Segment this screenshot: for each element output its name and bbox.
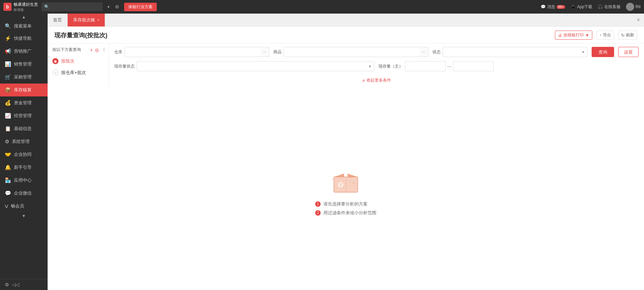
- warehouse-input[interactable]: [124, 47, 260, 57]
- search-box[interactable]: 🔍: [41, 2, 103, 11]
- print-button[interactable]: 🖨 按模板打印 ▼: [555, 31, 592, 40]
- app-version: 标准版: [14, 7, 38, 12]
- inventory-qty-min-input[interactable]: [405, 61, 446, 71]
- online-service-item[interactable]: 🎧 在线客服: [598, 4, 621, 10]
- solution-item-warehouse-batch-label: 按仓库+批次: [61, 70, 86, 76]
- export-button[interactable]: ↑ 导出: [596, 31, 614, 40]
- sidebar-item-new-guide[interactable]: 🔔 新手引导: [0, 161, 48, 174]
- sidebar-item-finance[interactable]: 💰 资金管理: [0, 96, 48, 109]
- gear-icon[interactable]: ⚙: [115, 4, 119, 10]
- inventory-qty-max-input[interactable]: [453, 61, 494, 71]
- message-label: 消息: [547, 4, 555, 10]
- sidebar-scroll-down[interactable]: ▼: [0, 213, 48, 219]
- export-label: 导出: [603, 32, 611, 38]
- step-2-text: 用过滤条件来缩小分析范围: [323, 210, 376, 216]
- target-solution-icon[interactable]: ◎: [95, 47, 99, 53]
- page-title: 现存量查询(按批次): [54, 31, 107, 39]
- warehouse-filter-label: 仓库: [114, 49, 122, 55]
- collapse-panel-icon[interactable]: 《: [101, 47, 105, 53]
- sidebar-item-search[interactable]: 🔍 搜索菜单: [0, 20, 48, 32]
- collapse-more-btn[interactable]: ∧ 收起更多条件: [114, 75, 639, 84]
- sidebar-item-wecom-label: 企业微信: [14, 190, 43, 196]
- sidebar-item-new-guide-label: 新手引导: [14, 164, 43, 170]
- goods-input[interactable]: [284, 47, 420, 57]
- tab-inventory-batch[interactable]: 库存批次账 ×: [68, 14, 105, 26]
- svg-point-3: [338, 182, 343, 187]
- sidebar: ▲ 🔍 搜索菜单 ⚡ 快捷导航 📢 营销推广 📊 销售管理 🛒 采购管理 📦 库…: [0, 14, 48, 290]
- empty-box-svg: ✦ ★ ✦: [325, 162, 366, 196]
- print-label: 按模板打印: [563, 32, 584, 38]
- sidebar-item-purchase-label: 采购管理: [14, 74, 43, 80]
- tab-panel-close-icon[interactable]: ×: [633, 17, 644, 23]
- sidebar-item-app-center-label: 应用中心: [14, 177, 43, 183]
- dropdown-icon[interactable]: ▼: [107, 5, 110, 9]
- query-button[interactable]: 查询: [592, 47, 614, 57]
- print-dropdown-icon[interactable]: ▼: [585, 33, 589, 38]
- sidebar-item-purchase[interactable]: 🛒 采购管理: [0, 71, 48, 84]
- user-name: Rit: [635, 4, 641, 9]
- solution-item-batch[interactable]: ◉ 按批次: [48, 55, 108, 67]
- page-content: 现存量查询(按批次) 🖨 按模板打印 ▼ ↑ 导出 ↻ 刷新: [48, 26, 644, 290]
- quick-nav-icon: ⚡: [5, 35, 11, 41]
- sidebar-item-marketing[interactable]: 📢 营销推广: [0, 45, 48, 58]
- sidebar-scroll-up[interactable]: ▲: [0, 14, 48, 20]
- solution-item-batch-label: 按批次: [61, 58, 74, 64]
- main-layout: ▲ 🔍 搜索菜单 ⚡ 快捷导航 📢 营销推广 📊 销售管理 🛒 采购管理 📦 库…: [0, 14, 644, 290]
- finance-icon: 💰: [5, 100, 11, 106]
- refresh-button[interactable]: ↻ 刷新: [618, 31, 637, 40]
- status-filter-label: 状态: [433, 49, 441, 55]
- solution-icon-batch: ◉: [52, 58, 58, 64]
- tab-bar: 首页 库存批次账 × ×: [48, 14, 644, 26]
- industry-btn[interactable]: 体验行业方案: [124, 3, 157, 11]
- sidebar-item-quick-nav-label: 快捷导航: [14, 35, 43, 41]
- app-center-icon: 🏪: [5, 177, 11, 183]
- export-icon: ↑: [599, 33, 601, 38]
- status-select[interactable]: [443, 47, 588, 57]
- inventory-status-select[interactable]: [137, 61, 374, 71]
- search-icon: 🔍: [44, 4, 49, 9]
- online-service-label: 在线客服: [604, 4, 621, 10]
- settings-button[interactable]: 设置: [618, 47, 639, 57]
- sidebar-item-wecom[interactable]: 💬 企业微信: [0, 187, 48, 200]
- sidebar-item-app-center[interactable]: 🏪 应用中心: [0, 174, 48, 187]
- app-info: 畅康通好生意 标准版: [14, 2, 38, 12]
- settings-bottom-icon[interactable]: ⚙: [5, 282, 9, 287]
- filter-area: 按以下方案查询 + ◎ 《 ◉ 按批次 ○ 按仓库+批次: [48, 43, 644, 87]
- topbar-right: 💬 消息 99+ 📱 App下载 🎧 在线客服 Rit: [541, 3, 641, 11]
- sidebar-item-basic-info-label: 基础信息: [14, 126, 43, 132]
- tab-home[interactable]: 首页: [48, 14, 68, 26]
- collapse-up-icon: ∧: [362, 78, 365, 83]
- refresh-label: 刷新: [626, 32, 634, 38]
- app-download-item[interactable]: 📱 App下载: [571, 4, 592, 10]
- add-solution-icon[interactable]: +: [90, 47, 93, 53]
- collapse-sidebar-icon[interactable]: ◁◁: [12, 282, 19, 287]
- headset-icon: 🎧: [598, 4, 603, 9]
- vip-icon: V: [5, 203, 8, 209]
- sidebar-item-vip-label: 畅会员: [11, 203, 43, 209]
- sidebar-item-system[interactable]: ⚙ 系统管理: [0, 135, 48, 148]
- inventory-status-select-wrapper: ▼: [137, 61, 374, 71]
- topbar-center: 🔍 ▼ ⚙ 体验行业方案: [41, 2, 541, 11]
- goods-more-icon[interactable]: ···: [420, 47, 428, 57]
- sidebar-item-sales[interactable]: 📊 销售管理: [0, 58, 48, 71]
- filter-row-2: 现存量状态 ▼ 现存量（主） —: [114, 61, 639, 71]
- collapse-label: 收起更多条件: [367, 77, 391, 83]
- sidebar-item-inventory[interactable]: 📦 库存核算: [0, 84, 48, 96]
- tab-close-icon[interactable]: ×: [97, 18, 99, 22]
- sidebar-item-system-label: 系统管理: [12, 139, 43, 145]
- sidebar-item-finance-label: 资金管理: [14, 100, 43, 106]
- filter-group-inventory-status: 现存量状态 ▼: [114, 61, 374, 71]
- content-area: 首页 库存批次账 × × 现存量查询(按批次) 🖨 按模板打印 ▼: [48, 14, 644, 290]
- sidebar-item-operations[interactable]: 📈 经营管理: [0, 109, 48, 122]
- sidebar-item-quick-nav[interactable]: ⚡ 快捷导航: [0, 32, 48, 45]
- warehouse-more-icon[interactable]: ···: [260, 47, 269, 57]
- app-logo[interactable]: b 畅康通好生意 标准版: [3, 2, 38, 12]
- step-1-text: 请先选择要分析的方案: [323, 201, 368, 207]
- tab-inventory-batch-label: 库存批次账: [73, 17, 95, 23]
- sidebar-item-basic-info[interactable]: 📋 基础信息: [0, 122, 48, 135]
- user-item[interactable]: Rit: [626, 3, 641, 11]
- sidebar-item-vip[interactable]: V 畅会员: [0, 200, 48, 213]
- message-item[interactable]: 💬 消息 99+: [541, 4, 565, 10]
- solution-item-warehouse-batch[interactable]: ○ 按仓库+批次: [48, 67, 108, 78]
- sidebar-item-enterprise[interactable]: 🤝 企业协同: [0, 148, 48, 161]
